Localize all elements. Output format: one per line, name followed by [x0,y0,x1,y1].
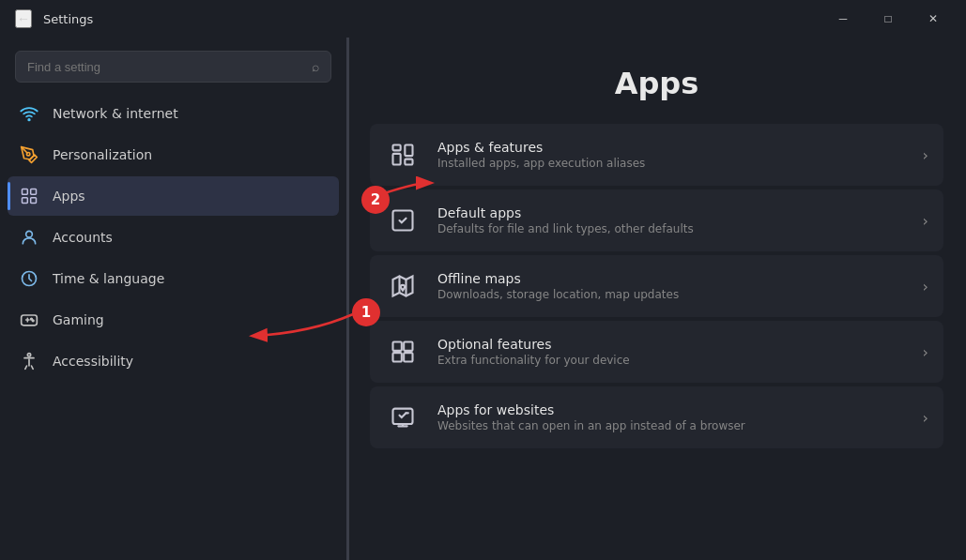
svg-rect-4 [23,198,28,204]
default-apps-icon [385,203,421,238]
default-apps-chevron: › [923,212,928,230]
maximize-button[interactable]: □ [866,4,910,34]
sidebar-item-time[interactable]: Time & language [8,259,339,298]
svg-point-1 [27,153,30,156]
default-apps-title: Default apps [437,205,906,220]
sidebar-item-accessibility[interactable]: Accessibility [8,341,339,381]
svg-rect-14 [405,145,412,157]
apps-features-icon [385,137,421,173]
sidebar-item-apps[interactable]: Apps [8,176,339,216]
optional-features-desc: Extra functionality for your device [437,354,906,367]
apps-icon [19,186,39,206]
apps-features-chevron: › [923,146,928,164]
time-icon [19,268,39,289]
sidebar-item-network[interactable]: Network & internet [8,94,339,133]
default-apps-desc: Defaults for file and link types, other … [437,222,906,235]
apps-websites-title: Apps for websites [437,402,906,417]
close-button[interactable]: ✕ [912,4,955,34]
accessibility-icon [19,351,39,371]
svg-rect-2 [23,189,28,195]
apps-features-desc: Installed apps, app execution aliases [437,157,906,170]
search-box[interactable]: ⌕ [15,51,331,83]
sidebar-item-gaming[interactable]: Gaming [8,300,339,340]
apps-websites-chevron: › [923,409,928,427]
titlebar-left: ← Settings [15,9,93,28]
default-apps-text: Default apps Defaults for file and link … [437,205,906,235]
settings-item-optional-features[interactable]: Optional features Extra functionality fo… [370,321,943,383]
svg-rect-12 [393,145,401,151]
optional-features-chevron: › [923,343,928,361]
settings-item-default-apps[interactable]: Default apps Defaults for file and link … [370,189,943,251]
svg-point-10 [32,320,34,322]
svg-rect-17 [393,342,402,351]
svg-rect-5 [31,198,37,204]
svg-point-6 [26,231,33,237]
app-layout: ⌕ Network & internet [0,38,966,560]
sidebar-item-apps-label: Apps [53,189,85,204]
offline-maps-title: Offline maps [437,271,906,286]
sidebar-item-personalization[interactable]: Personalization [8,135,339,174]
sidebar-divider [346,38,349,560]
sidebar-item-accounts-label: Accounts [53,230,113,245]
sidebar: ⌕ Network & internet [0,38,347,560]
apps-websites-icon [385,400,421,435]
minimize-button[interactable]: ─ [821,4,865,34]
optional-features-icon [385,334,421,370]
svg-rect-20 [404,353,412,361]
nav-items: Network & internet Personalization [0,94,346,381]
sidebar-item-time-label: Time & language [53,271,164,286]
optional-features-text: Optional features Extra functionality fo… [437,337,906,367]
apps-features-text: Apps & features Installed apps, app exec… [437,140,906,170]
svg-rect-13 [393,154,401,165]
titlebar: ← Settings ─ □ ✕ [0,0,966,38]
window-controls: ─ □ ✕ [821,4,955,34]
sidebar-item-gaming-label: Gaming [53,312,104,327]
search-icon: ⌕ [312,59,319,74]
apps-websites-text: Apps for websites Websites that can open… [437,402,906,432]
personalization-icon [19,144,39,165]
sidebar-item-network-label: Network & internet [53,106,178,121]
content-area: Apps Apps & features Installed apps, app… [347,38,966,560]
app-title: Settings [43,12,93,26]
back-button[interactable]: ← [15,9,32,28]
settings-item-apps-features[interactable]: Apps & features Installed apps, app exec… [370,124,943,186]
svg-point-0 [28,119,30,121]
network-icon [19,103,39,124]
search-input[interactable] [27,60,304,74]
settings-item-offline-maps[interactable]: Offline maps Downloads, storage location… [370,255,943,317]
optional-features-title: Optional features [437,337,906,352]
accounts-icon [19,227,39,248]
offline-maps-text: Offline maps Downloads, storage location… [437,271,906,301]
svg-rect-19 [393,353,402,361]
offline-maps-desc: Downloads, storage location, map updates [437,288,906,301]
sidebar-item-accounts[interactable]: Accounts [8,218,339,257]
svg-rect-18 [404,342,412,351]
apps-websites-desc: Websites that can open in an app instead… [437,419,906,432]
settings-list: Apps & features Installed apps, app exec… [370,124,943,448]
gaming-icon [19,310,39,330]
offline-maps-icon [385,268,421,304]
page-title: Apps [370,38,943,124]
svg-rect-3 [31,189,37,195]
offline-maps-chevron: › [923,278,928,295]
svg-point-11 [27,354,30,356]
apps-features-title: Apps & features [437,140,906,155]
sidebar-item-accessibility-label: Accessibility [53,354,133,369]
settings-item-apps-websites[interactable]: Apps for websites Websites that can open… [370,386,943,448]
svg-rect-15 [405,159,412,165]
sidebar-item-personalization-label: Personalization [53,147,152,162]
